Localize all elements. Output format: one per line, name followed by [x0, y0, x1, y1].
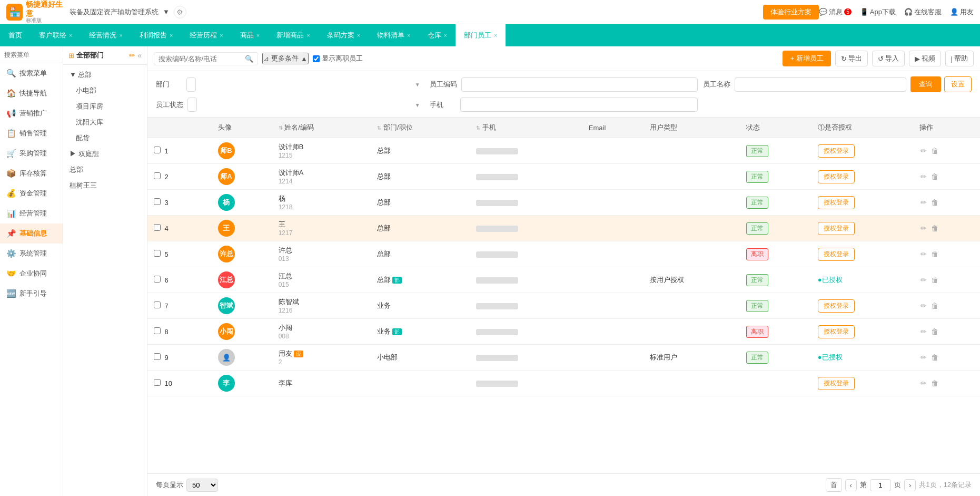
- tab-close-icon[interactable]: ×: [119, 32, 122, 38]
- emp-name-input[interactable]: [735, 77, 906, 92]
- dept-node-配货[interactable]: 配货: [63, 130, 147, 146]
- row-checkbox[interactable]: [154, 276, 161, 283]
- edit-button[interactable]: ✏: [920, 172, 927, 181]
- tab-close-icon[interactable]: ×: [306, 32, 310, 38]
- sidebar-item-经营管理[interactable]: 📊经营管理: [0, 203, 63, 223]
- delete-button[interactable]: 🗑: [931, 379, 938, 387]
- delete-button[interactable]: 🗑: [931, 302, 938, 310]
- row-checkbox[interactable]: [154, 353, 161, 360]
- dept-node-总部[interactable]: ▼ 总部: [63, 67, 147, 83]
- row-checkbox[interactable]: [154, 147, 161, 153]
- edit-button[interactable]: ✏: [920, 224, 927, 232]
- emp-code-input[interactable]: [461, 77, 698, 92]
- nav-tab-部门员工[interactable]: 部门员工×: [456, 24, 506, 46]
- sidebar-item-营销推广[interactable]: 📢营销推广: [0, 103, 63, 123]
- delete-button[interactable]: 🗑: [931, 353, 938, 362]
- dept-edit-button[interactable]: ✏: [129, 51, 135, 60]
- edit-button[interactable]: ✏: [920, 250, 927, 258]
- online-service-button[interactable]: 🎧 在线客服: [904, 7, 942, 17]
- tab-close-icon[interactable]: ×: [170, 32, 173, 38]
- sidebar-item-资金管理[interactable]: 💰资金管理: [0, 183, 63, 203]
- tab-close-icon[interactable]: ×: [256, 32, 260, 38]
- view-button[interactable]: ▶ 视频: [909, 51, 941, 66]
- first-page-button[interactable]: 首: [826, 478, 842, 492]
- nav-tab-物料清单[interactable]: 物料清单×: [369, 24, 419, 46]
- show-left-checkbox[interactable]: [313, 55, 320, 62]
- delete-button[interactable]: 🗑: [931, 276, 938, 284]
- nav-tab-仓库[interactable]: 仓库×: [419, 24, 456, 46]
- app-download-button[interactable]: 📱 App下载: [860, 7, 896, 17]
- delete-button[interactable]: 🗑: [931, 198, 938, 207]
- next-page-button[interactable]: ›: [904, 479, 916, 491]
- auth-button[interactable]: 授权登录: [818, 299, 855, 313]
- tab-close-icon[interactable]: ×: [69, 32, 72, 38]
- dept-node-双庭想[interactable]: ▶ 双庭想: [63, 146, 147, 162]
- edit-button[interactable]: ✏: [920, 147, 927, 155]
- show-left-label[interactable]: 显示离职员工: [313, 54, 363, 63]
- delete-button[interactable]: 🗑: [931, 172, 938, 181]
- sidebar-item-销售管理[interactable]: 📋销售管理: [0, 123, 63, 143]
- edit-button[interactable]: ✏: [920, 302, 927, 310]
- row-checkbox[interactable]: [154, 327, 161, 334]
- auth-button[interactable]: 授权登录: [818, 170, 855, 183]
- nav-tab-客户联络[interactable]: 客户联络×: [31, 24, 81, 46]
- search-button[interactable]: 查询: [910, 76, 941, 92]
- export-button[interactable]: ↻ 导出: [835, 51, 868, 66]
- auth-button[interactable]: 授权登录: [818, 222, 855, 235]
- filter-more-button[interactable]: ⊿ 更多条件 ▲: [262, 53, 309, 64]
- help-button[interactable]: | 帮助: [945, 51, 974, 66]
- dept-node-总部[interactable]: 总部: [63, 162, 147, 178]
- nav-tab-经营历程[interactable]: 经营历程×: [181, 24, 231, 46]
- sidebar-item-库存核算[interactable]: 📦库存核算: [0, 163, 63, 183]
- edit-button[interactable]: ✏: [920, 276, 927, 284]
- nav-tab-新增商品[interactable]: 新增商品×: [268, 24, 318, 46]
- edit-button[interactable]: ✏: [920, 379, 927, 387]
- row-checkbox[interactable]: [154, 172, 161, 179]
- auth-button[interactable]: 授权登录: [818, 196, 855, 209]
- nav-tab-商品[interactable]: 商品×: [232, 24, 268, 46]
- row-checkbox[interactable]: [154, 379, 161, 386]
- prev-page-button[interactable]: ‹: [845, 479, 857, 491]
- sidebar-item-新手引导[interactable]: 🆕新手引导: [0, 284, 63, 304]
- delete-button[interactable]: 🗑: [931, 250, 938, 258]
- edit-button[interactable]: ✏: [920, 353, 927, 362]
- delete-button[interactable]: 🗑: [931, 224, 938, 232]
- page-number-input[interactable]: [870, 479, 891, 491]
- tab-close-icon[interactable]: ×: [444, 32, 447, 38]
- message-button[interactable]: 💬 消息 5: [819, 7, 852, 17]
- trial-button[interactable]: 体验行业方案: [763, 5, 819, 20]
- setting-button[interactable]: 设置: [944, 76, 972, 92]
- dept-select[interactable]: [186, 77, 196, 92]
- nav-tab-经营情况[interactable]: 经营情况×: [81, 24, 131, 46]
- auth-button[interactable]: 授权登录: [818, 144, 855, 158]
- tab-close-icon[interactable]: ×: [357, 32, 360, 38]
- delete-button[interactable]: 🗑: [931, 147, 938, 155]
- sidebar-item-采购管理[interactable]: 🛒采购管理: [0, 143, 63, 163]
- tab-close-icon[interactable]: ×: [220, 32, 223, 38]
- row-checkbox[interactable]: [154, 224, 161, 231]
- dept-node-项目库房[interactable]: 项目库房: [63, 99, 147, 114]
- row-checkbox[interactable]: [154, 198, 161, 205]
- auth-button[interactable]: 授权登录: [818, 377, 855, 390]
- status-select[interactable]: [187, 98, 197, 112]
- auth-button[interactable]: 授权登录: [818, 325, 855, 338]
- dept-node-沈阳大库[interactable]: 沈阳大库: [63, 114, 147, 130]
- add-employee-button[interactable]: + 新增员工: [783, 51, 830, 66]
- sidebar-item-快捷导航[interactable]: 🏠快捷导航: [0, 83, 63, 103]
- import-button[interactable]: ↺ 导入: [872, 51, 905, 66]
- delete-button[interactable]: 🗑: [931, 327, 938, 336]
- auth-button[interactable]: 授权登录: [818, 248, 855, 261]
- sidebar-item-企业协同[interactable]: 🤝企业协同: [0, 264, 63, 284]
- nav-tab-条码方案[interactable]: 条码方案×: [319, 24, 369, 46]
- nav-tab-利润报告[interactable]: 利润报告×: [131, 24, 181, 46]
- tab-close-icon[interactable]: ×: [407, 32, 410, 38]
- sidebar-item-搜索菜单[interactable]: 🔍搜索菜单: [0, 63, 63, 83]
- nav-tab-首页[interactable]: 首页: [0, 24, 31, 46]
- sidebar-item-基础信息[interactable]: 📌基础信息: [0, 223, 63, 244]
- phone-input[interactable]: [460, 98, 698, 112]
- tab-close-icon[interactable]: ×: [494, 32, 497, 38]
- dept-collapse-button[interactable]: «: [137, 51, 142, 60]
- edit-button[interactable]: ✏: [920, 327, 927, 336]
- dept-node-小电部[interactable]: 小电部: [63, 83, 147, 99]
- search-input[interactable]: [159, 55, 243, 63]
